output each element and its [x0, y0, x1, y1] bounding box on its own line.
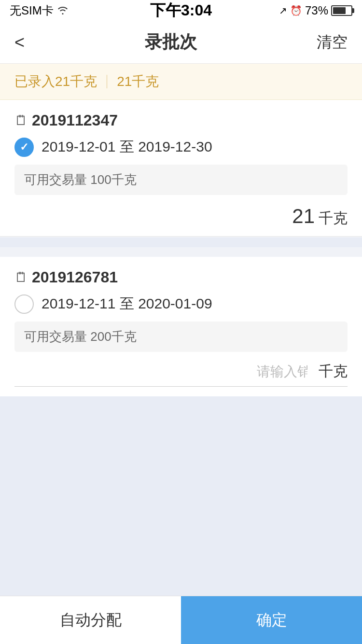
status-right: ↗ ⏰ 73% — [279, 4, 352, 17]
batch1-date-row[interactable]: 2019-12-01 至 2019-12-30 — [14, 137, 348, 157]
confirm-button[interactable]: 确定 — [181, 596, 362, 644]
status-time: 下午3:04 — [150, 0, 212, 21]
recorded-label: 已录入21千克 — [14, 72, 97, 91]
status-left: 无SIM卡 — [10, 3, 68, 18]
carrier-label: 无SIM卡 — [10, 3, 54, 18]
batch2-radio[interactable] — [14, 294, 34, 314]
bottom-bar: 自动分配 确定 — [0, 596, 362, 644]
batch1-card: 🗒 2019112347 2019-12-01 至 2019-12-30 可用交… — [0, 100, 362, 237]
batch2-date: 2019-12-11 至 2020-01-09 — [42, 294, 212, 314]
page-title: 录批次 — [145, 30, 197, 54]
auto-distribute-button[interactable]: 自动分配 — [0, 596, 181, 644]
batch1-radio[interactable] — [14, 138, 34, 157]
location-icon: ↗ — [279, 5, 287, 16]
batch1-header: 🗒 2019112347 — [14, 112, 348, 129]
info-banner: 已录入21千克 21千克 — [0, 64, 362, 100]
batch2-card: 🗒 2019126781 2019-12-11 至 2020-01-09 可用交… — [0, 257, 362, 396]
banner-divider — [107, 75, 107, 88]
batch1-number: 2019112347 — [32, 112, 118, 129]
back-button[interactable]: < — [14, 32, 25, 53]
card-spacer — [0, 238, 362, 247]
batch1-date: 2019-12-01 至 2019-12-30 — [42, 137, 212, 157]
nav-bar: < 录批次 清空 — [0, 21, 362, 64]
clear-button[interactable]: 清空 — [317, 32, 348, 53]
batch1-amount-value: 21 — [292, 205, 315, 228]
batch2-availability: 可用交易量 200千克 — [14, 322, 348, 352]
batch2-date-row[interactable]: 2019-12-11 至 2020-01-09 — [14, 294, 348, 314]
battery-icon — [331, 5, 352, 16]
batch2-amount-row[interactable]: 千克 — [0, 352, 362, 387]
batch2-number: 2019126781 — [32, 268, 118, 286]
batch2-icon: 🗒 — [14, 269, 28, 285]
batch2-amount-input[interactable] — [257, 364, 315, 379]
batch1-amount-unit: 千克 — [319, 209, 348, 228]
alarm-icon: ⏰ — [290, 5, 302, 16]
wifi-icon — [57, 7, 68, 14]
batch1-amount-row: 21 千克 — [0, 195, 362, 237]
status-bar: 无SIM卡 下午3:04 ↗ ⏰ 73% — [0, 0, 362, 21]
batch2-unit: 千克 — [319, 362, 348, 381]
batch2-header: 🗒 2019126781 — [14, 268, 348, 286]
batch1-availability: 可用交易量 100千克 — [14, 165, 348, 195]
batch1-icon: 🗒 — [14, 112, 28, 128]
battery-percent: 73% — [305, 4, 328, 17]
recorded-value: 21千克 — [117, 72, 159, 91]
